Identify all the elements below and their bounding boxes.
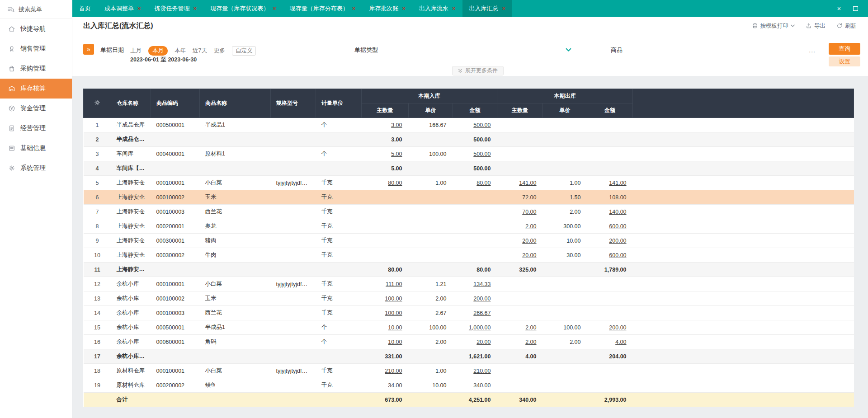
- header-in-price[interactable]: 单价: [409, 103, 453, 118]
- table-row[interactable]: 16余杭小库000600001角码个10.002.0020.002.002.00…: [84, 335, 854, 349]
- cell-in-qty-link[interactable]: 100.00: [385, 296, 402, 302]
- cell-in-qty-link[interactable]: 111.00: [386, 281, 402, 287]
- cell-in-amount-link[interactable]: 340.00: [473, 382, 491, 389]
- date-range-value[interactable]: 2023-06-01 至 2023-06-30: [130, 56, 197, 64]
- tab-close-icon[interactable]: ×: [193, 5, 197, 11]
- tab-stock-status[interactable]: 现存量（库存状况表）×: [203, 0, 283, 17]
- settings-button[interactable]: 设置: [829, 56, 860, 66]
- tab-close-icon[interactable]: ×: [273, 5, 276, 11]
- sidebar-item-sales[interactable]: 销售管理: [0, 39, 72, 59]
- table-row[interactable]: 3车间库000400001原材料1个5.00100.00500.00: [84, 147, 854, 161]
- tab-close-icon[interactable]: ×: [452, 5, 456, 11]
- table-row[interactable]: 9上海静安仓000300001猪肉千克20.0010.00200.00: [84, 234, 854, 248]
- tab-close-icon[interactable]: ×: [402, 5, 406, 11]
- date-option-更多[interactable]: 更多: [214, 47, 225, 55]
- cell-in-qty-link[interactable]: 3.00: [391, 122, 402, 128]
- cell-out-amount-link[interactable]: 200.00: [609, 324, 626, 331]
- header-code[interactable]: 商品编码: [151, 89, 200, 118]
- collapse-filter-button[interactable]: »: [83, 44, 94, 55]
- tab-inout-flow[interactable]: 出入库流水×: [412, 0, 462, 17]
- date-option-自定义[interactable]: 自定义: [232, 46, 256, 56]
- header-unit[interactable]: 计量单位: [316, 89, 362, 118]
- close-window-icon[interactable]: ×: [835, 5, 843, 12]
- header-in-qty[interactable]: 主数量: [362, 103, 409, 118]
- cell-out-qty-link[interactable]: 141.00: [519, 180, 536, 186]
- cell-out-amount-link[interactable]: 200.00: [609, 238, 626, 244]
- tab-batch-ledger[interactable]: 库存批次账×: [362, 0, 412, 17]
- subtotal-row[interactable]: 2半成品仓库…3.00500.00: [84, 132, 854, 147]
- header-out-price[interactable]: 单价: [543, 103, 587, 118]
- query-button[interactable]: 查询: [829, 43, 860, 55]
- date-option-近7天[interactable]: 近7天: [193, 47, 207, 55]
- tab-close-icon[interactable]: ×: [502, 5, 506, 11]
- cell-in-qty-link[interactable]: 10.00: [388, 324, 402, 331]
- tab-close-icon[interactable]: ×: [137, 5, 141, 11]
- cell-in-amount-link[interactable]: 20.00: [476, 339, 491, 345]
- table-row[interactable]: 15余杭小库000500001半成品1个10.00100.001,000.002…: [84, 320, 854, 335]
- sidebar-item-quick-nav[interactable]: 快捷导航: [0, 19, 72, 39]
- cell-out-qty-link[interactable]: 70.00: [522, 209, 536, 215]
- cell-in-amount-link[interactable]: 500.00: [473, 122, 491, 128]
- table-row[interactable]: 7上海静安仓000100003西兰花千克70.002.00140.00: [84, 205, 854, 219]
- cell-in-amount-link[interactable]: 500.00: [473, 151, 491, 157]
- expand-more-conditions-button[interactable]: 展开更多条件: [452, 66, 504, 75]
- sidebar-item-inventory[interactable]: 库存核算: [0, 79, 72, 99]
- cell-in-amount-link[interactable]: 1,000.00: [469, 324, 491, 331]
- tab-home[interactable]: 首页: [72, 0, 98, 17]
- header-warehouse[interactable]: 仓库名称: [111, 89, 151, 118]
- cell-out-qty-link[interactable]: 2.00: [525, 339, 536, 345]
- table-row[interactable]: 19原材料仓库000200002鳗鱼千克34.0010.00340.00: [84, 378, 854, 393]
- date-option-上月[interactable]: 上月: [130, 47, 142, 55]
- sidebar-item-business[interactable]: 经营管理: [0, 118, 72, 138]
- table-row[interactable]: 5上海静安仓000100001小白菜tyjyjtyjtyjdf…千克80.001…: [84, 176, 854, 190]
- tab-picking-task[interactable]: 拣货任务管理×: [148, 0, 204, 17]
- cell-out-amount-link[interactable]: 600.00: [609, 252, 626, 258]
- tab-stock-dist[interactable]: 现存量（库存分布表）×: [283, 0, 363, 17]
- date-option-本月[interactable]: 本月: [148, 46, 168, 56]
- print-by-template-button[interactable]: 按模板打印: [752, 22, 795, 30]
- table-row[interactable]: 13余杭小库000100002玉米千克100.002.00200.00: [84, 291, 854, 306]
- doc-type-select[interactable]: [389, 42, 574, 54]
- subtotal-row[interactable]: 11上海静安仓…80.0080.00325.001,789.00: [84, 263, 854, 277]
- cell-out-amount-link[interactable]: 141.00: [609, 180, 626, 186]
- cell-in-qty-link[interactable]: 10.00: [388, 339, 402, 345]
- cell-out-amount-link[interactable]: 108.00: [609, 194, 626, 201]
- cell-in-qty-link[interactable]: 34.00: [388, 382, 402, 389]
- cell-in-qty-link[interactable]: 100.00: [385, 310, 402, 316]
- table-row[interactable]: 10上海静安仓000300002牛肉千克20.0030.00600.00: [84, 248, 854, 263]
- cell-in-amount-link[interactable]: 80.00: [476, 180, 491, 186]
- cell-out-qty-link[interactable]: 2.00: [525, 223, 536, 230]
- table-row[interactable]: 12余杭小库000100001小白菜tyjyjtyjtyjdf…千克111.00…: [84, 277, 854, 291]
- sidebar-search[interactable]: 搜索菜单: [0, 0, 72, 19]
- table-row[interactable]: 18原材料仓库000100001小白菜tyjyjtyjtyjdf…千克210.0…: [84, 364, 854, 378]
- sidebar-item-purchase[interactable]: 采购管理: [0, 59, 72, 79]
- cell-out-qty-link[interactable]: 20.00: [522, 252, 536, 258]
- table-row[interactable]: 1半成品仓库000500001半成品1个3.00166.67500.00: [84, 118, 854, 132]
- header-spec[interactable]: 规格型号: [271, 89, 316, 118]
- sidebar-item-base-info[interactable]: 基础信息: [0, 138, 72, 158]
- maximize-window-icon[interactable]: [852, 5, 859, 12]
- cell-out-amount-link[interactable]: 140.00: [609, 209, 626, 215]
- cell-out-amount-link[interactable]: 600.00: [609, 223, 626, 230]
- export-button[interactable]: 导出: [806, 22, 826, 30]
- sidebar-item-funds[interactable]: 资金管理: [0, 99, 72, 118]
- cell-out-qty-link[interactable]: 72.00: [522, 194, 536, 201]
- table-row[interactable]: 6上海静安仓000100002玉米千克72.001.50108.00: [84, 190, 854, 205]
- subtotal-row[interactable]: 4车间库【小…5.00500.00: [84, 161, 854, 176]
- sidebar-item-system[interactable]: 系统管理: [0, 158, 72, 178]
- tab-cost-adjust[interactable]: 成本调整单×: [98, 0, 148, 17]
- table-row[interactable]: 14余杭小库000100003西兰花千克100.002.67266.67: [84, 306, 854, 320]
- cell-in-qty-link[interactable]: 80.00: [388, 180, 402, 186]
- table-row[interactable]: 8上海静安仓000200001奥龙千克2.00300.00600.00: [84, 219, 854, 234]
- cell-in-amount-link[interactable]: 210.00: [473, 368, 491, 374]
- header-in-amount[interactable]: 金额: [453, 103, 497, 118]
- product-input[interactable]: ...: [628, 42, 818, 54]
- cell-out-qty-link[interactable]: 20.00: [522, 238, 536, 244]
- cell-in-amount-link[interactable]: 134.33: [473, 281, 491, 287]
- subtotal-row[interactable]: 17余杭小库【…331.001,621.004.00204.00: [84, 349, 854, 364]
- header-out-qty[interactable]: 主数量: [497, 103, 543, 118]
- column-settings-header[interactable]: [84, 89, 111, 118]
- header-name[interactable]: 商品名称: [200, 89, 271, 118]
- tab-inout-summary[interactable]: 出入库汇总×: [462, 0, 513, 17]
- cell-in-amount-link[interactable]: 200.00: [473, 296, 491, 302]
